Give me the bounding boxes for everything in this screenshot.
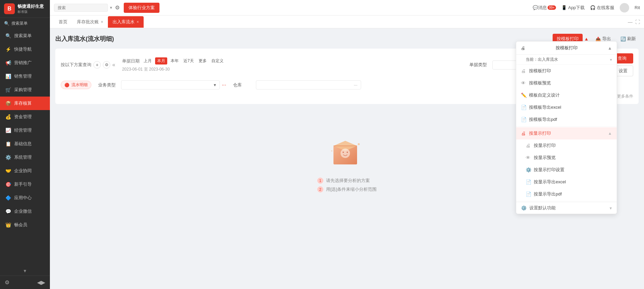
empty-step-2: 2 用[选]条件来缩小分析范围	[317, 185, 377, 194]
svg-point-3	[341, 149, 350, 158]
app-download-btn[interactable]: 📱 App下载	[561, 5, 585, 11]
filter-add-btn[interactable]: +	[93, 61, 101, 69]
message-icon: 💬	[533, 5, 538, 10]
topbar-gear-icon[interactable]: ⚙	[115, 4, 120, 11]
sidebar-item-basic[interactable]: 📋 基础信息	[0, 137, 50, 151]
sidebar-item-sales[interactable]: 📊 销售管理	[0, 70, 50, 83]
sidebar-item-inventory[interactable]: 📦 库存核算	[0, 97, 50, 110]
dropdown-item-display-print[interactable]: 🖨 按显示打印	[516, 139, 617, 152]
warehouse-field: 仓库 ···	[233, 80, 361, 89]
tab-minimize-icon[interactable]: —	[628, 19, 633, 25]
collapse-icon[interactable]: ◀▶	[37, 279, 45, 286]
filter-collapse-icon[interactable]: «	[112, 62, 115, 68]
sidebar-item-operations[interactable]: 📈 经营管理	[0, 124, 50, 137]
sidebar-search[interactable]: 🔍 搜索菜单	[0, 18, 50, 29]
dropdown-footer-settings[interactable]: ⚙️ 设置默认功能 ▾	[516, 202, 617, 214]
empty-step-1: 1 请先选择要分析的方案	[317, 176, 377, 185]
print-chevron-icon[interactable]: ▲	[584, 36, 589, 42]
empty-svg	[327, 129, 367, 169]
sidebar-label-sales: 销售管理	[14, 73, 32, 79]
dropdown-item-template-pdf[interactable]: 📄 按模板导出pdf	[516, 113, 617, 126]
sidebar-icon-basic: 📋	[5, 141, 11, 147]
sidebar-item-guide[interactable]: 🎯 新手引导	[0, 178, 50, 191]
empty-steps: 1 请先选择要分析的方案 2 用[选]条件来缩小分析范围	[317, 176, 377, 194]
username-label[interactable]: Rit	[635, 5, 640, 10]
warehouse-more-icon[interactable]: ···	[354, 82, 357, 87]
template-custom-label: 模板自定义设计	[529, 92, 560, 98]
logo-icon: B	[4, 3, 15, 14]
date-section: 单据日期 上月 本月 本年 近7天 更多 自定义 2023-06-01 至 20…	[122, 57, 463, 72]
sidebar-item-member[interactable]: 👑 畅会员	[0, 218, 50, 232]
svg-point-5	[347, 152, 348, 153]
sidebar-item-apps[interactable]: 🔷 应用中心	[0, 191, 50, 205]
tab-batch[interactable]: 库存批次账 ×	[72, 16, 108, 28]
sidebar-item-system[interactable]: ⚙️ 系统管理	[0, 151, 50, 164]
svg-point-6	[358, 143, 360, 145]
logo-main: 畅捷通好生意	[18, 4, 44, 9]
display-excel-icon: 📄	[526, 179, 531, 185]
sidebar-item-purchase[interactable]: 🛒 采购管理	[0, 83, 50, 97]
sidebar-item-finance[interactable]: 💰 资金管理	[0, 110, 50, 124]
dropdown-item-template-preview[interactable]: 👁 按模板预览	[516, 77, 617, 89]
date-shortcut-thisyear[interactable]: 本年	[169, 57, 180, 64]
template-print-icon: 🖨	[521, 68, 526, 74]
sidebar-item-wechat[interactable]: 💬 企业微信	[0, 205, 50, 218]
doctype-label: 单据类型	[469, 62, 490, 68]
dropdown-item-template-print[interactable]: 🖨 按模板打印	[516, 65, 617, 77]
tabs-right: — ⛶	[628, 19, 640, 25]
template-pdf-label: 按模板导出pdf	[529, 116, 557, 123]
sidebar-label-enterprise: 企业协同	[14, 168, 32, 174]
dropdown-header-arrow-icon[interactable]: ▲	[608, 46, 612, 51]
dropdown-item-display-settings[interactable]: ⚙️ 按显示打印设置	[516, 164, 617, 176]
date-shortcut-custom[interactable]: 自定义	[210, 57, 225, 64]
message-label: 消息	[538, 5, 547, 11]
sidebar-item-search[interactable]: 🔍 搜索菜单	[0, 29, 50, 43]
sidebar-label-quicknav: 快捷导航	[14, 46, 32, 52]
date-shortcut-7days[interactable]: 近7天	[182, 57, 195, 64]
sidebar-item-enterprise[interactable]: 🤝 企业协同	[0, 164, 50, 178]
online-service-btn[interactable]: 🎧 在线客服	[590, 5, 614, 11]
tab-batch-close[interactable]: ×	[101, 20, 103, 24]
display-preview-icon: 👁	[526, 155, 531, 160]
display-print-section-arrow: ▲	[608, 131, 612, 136]
dropdown-divider-1	[516, 126, 617, 127]
display-print-label: 按显示打印	[534, 142, 556, 149]
dropdown-item-display-preview[interactable]: 👁 按显示预览	[516, 152, 617, 164]
message-btn[interactable]: 💬 消息 99+	[533, 5, 556, 11]
display-settings-icon: ⚙️	[526, 167, 531, 173]
step-num-1: 1	[317, 178, 323, 184]
dropdown-section-display-print[interactable]: 🖨 按显示打印 ▲	[516, 127, 617, 139]
date-shortcut-lastmonth[interactable]: 上月	[142, 57, 153, 64]
footer-settings-icon: ⚙️	[521, 205, 527, 211]
dropdown-current[interactable]: 当前：出入库流水 ▾	[516, 55, 617, 65]
dropdown-item-template-excel[interactable]: 📄 按模板导出excel	[516, 101, 617, 113]
sidebar-item-marketing[interactable]: 📢 营销推广	[0, 56, 50, 70]
dropdown-item-display-excel[interactable]: 📄 按显示导出excel	[516, 176, 617, 188]
biztype-more-icon[interactable]: ···	[222, 82, 226, 88]
dropdown-current-label: 当前：出入库流水	[526, 57, 558, 62]
search-chevron-icon[interactable]: ▾	[110, 5, 112, 10]
date-shortcut-more[interactable]: 更多	[197, 57, 208, 64]
tab-flow[interactable]: 出入库流水 ×	[108, 16, 144, 28]
tab-flow-close[interactable]: ×	[137, 20, 139, 24]
main-area: ▾ ⚙ 体验行业方案 💬 消息 99+ 📱 App下载 🎧 在线客服 Rit	[50, 0, 644, 289]
biztype-select[interactable]: ▾	[121, 80, 220, 89]
refresh-btn[interactable]: 🔄 刷新	[618, 34, 639, 43]
tab-maximize-icon[interactable]: ⛶	[635, 19, 640, 25]
settings-icon[interactable]: ⚙	[5, 279, 9, 286]
industry-btn[interactable]: 体验行业方案	[124, 3, 159, 13]
date-shortcut-thismonth[interactable]: 本月	[155, 57, 167, 64]
search-input[interactable]	[58, 5, 104, 10]
sidebar-scroll-down[interactable]: ▼	[0, 266, 50, 275]
app-label: App下载	[568, 5, 585, 11]
filter-gear-btn[interactable]: ⚙	[103, 61, 110, 69]
warehouse-select[interactable]: ···	[256, 80, 361, 89]
biztype-label: 业务类型	[98, 82, 118, 88]
dropdown-item-display-pdf[interactable]: 📄 按显示导出pdf	[516, 188, 617, 200]
tab-home[interactable]: 首页	[54, 16, 72, 28]
sidebar-item-quicknav[interactable]: ⚡ 快捷导航	[0, 43, 50, 56]
dropdown-item-template-custom[interactable]: ✏️ 模板自定义设计	[516, 89, 617, 101]
topbar-right: 💬 消息 99+ 📱 App下载 🎧 在线客服 Rit	[533, 3, 640, 12]
topbar-search-box[interactable]	[54, 4, 108, 12]
user-avatar[interactable]	[620, 3, 629, 12]
